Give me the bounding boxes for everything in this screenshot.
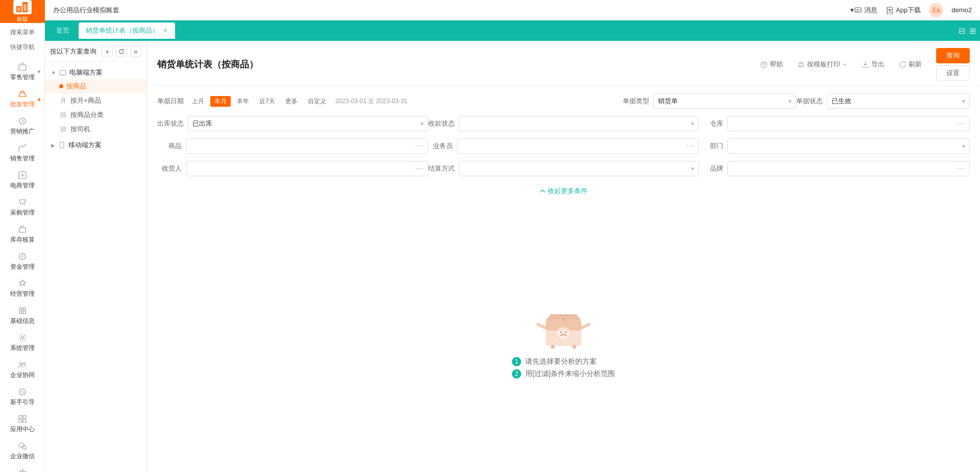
- svg-point-29: [764, 66, 764, 66]
- tabbar: 首页 销货单统计表（按商品） ✕ ⊟ ⊞: [45, 20, 980, 41]
- date-tab-7days[interactable]: 近7天: [255, 96, 279, 107]
- stockout-value: 已出库: [192, 119, 419, 128]
- help-label: 帮助: [770, 60, 783, 69]
- app-download-label: App下载: [896, 6, 921, 15]
- tree-group-mobile-label[interactable]: ▶ 移动端方案: [45, 138, 146, 152]
- sidebar-item-management[interactable]: 经营管理: [0, 274, 45, 301]
- sidebar-item-system[interactable]: 系统管理: [0, 328, 45, 356]
- app-logo[interactable]: 标版: [0, 0, 45, 23]
- sidebar-item-collab[interactable]: 企业协同: [0, 356, 45, 383]
- user-avatar[interactable]: Ea: [929, 3, 943, 17]
- filter-salesperson: 业务员 ···: [428, 138, 699, 154]
- help-btn[interactable]: 帮助: [756, 58, 787, 71]
- date-tab-custom[interactable]: 自定义: [304, 96, 330, 107]
- tree-group-mobile: ▶ 移动端方案: [45, 138, 146, 152]
- tree-item-by-driver[interactable]: 回 按司机: [45, 122, 146, 136]
- sidebar-item-sales[interactable]: 销售管理: [0, 139, 45, 166]
- export-btn[interactable]: 导出: [857, 58, 889, 71]
- refresh-scheme-btn[interactable]: [116, 46, 127, 57]
- minimize-icon[interactable]: ⊟: [959, 26, 965, 36]
- ecommerce-icon: [17, 170, 28, 180]
- sidebar-item-ecommerce[interactable]: 电商管理: [0, 166, 45, 193]
- consignee-control[interactable]: ···: [186, 161, 428, 176]
- svg-rect-20: [19, 419, 22, 422]
- date-tab-this-year[interactable]: 本年: [233, 96, 253, 107]
- dept-control[interactable]: ▾: [727, 138, 970, 154]
- settings-btn[interactable]: 设置: [936, 65, 970, 81]
- marketing-icon: [17, 116, 28, 126]
- stockout-control[interactable]: 已出库 ▾: [188, 116, 428, 131]
- tree-item-by-goods[interactable]: 按商品: [45, 79, 146, 93]
- receipt-dropdown-icon: ▾: [691, 121, 694, 127]
- sidebar-item-finance[interactable]: 资金管理: [0, 247, 45, 274]
- salesperson-control[interactable]: ···: [457, 138, 699, 154]
- sidebar-item-appcenter[interactable]: 应用中心: [0, 410, 45, 437]
- basic-icon: [17, 305, 28, 316]
- sidebar-item-marketing[interactable]: 营销推广: [0, 112, 45, 139]
- filter-type: 单据类型 销货单 ▾: [623, 93, 796, 109]
- tree-group-desktop-label[interactable]: ▼ 电脑端方案: [45, 66, 146, 79]
- brand-control[interactable]: ···: [727, 161, 970, 176]
- filter-warehouse: 仓库 ···: [699, 116, 970, 131]
- type-control[interactable]: 销货单 ▾: [653, 93, 796, 109]
- svg-point-8: [23, 204, 24, 205]
- quick-nav[interactable]: 快捷导航: [10, 40, 35, 54]
- search-menu[interactable]: 搜索菜单: [10, 23, 35, 40]
- right-panel: 销货单统计表（按商品） 帮助 按模板打印 导出: [147, 41, 980, 472]
- svg-rect-9: [19, 228, 26, 232]
- username[interactable]: demo2: [951, 6, 972, 14]
- member-icon: [17, 468, 28, 472]
- tab-close-icon[interactable]: ✕: [163, 27, 168, 34]
- left-panel-title: 按以下方案查询: [50, 47, 99, 56]
- query-btn[interactable]: 查询: [936, 48, 970, 63]
- sidebar-item-label-purchase: 采购管理: [10, 208, 35, 217]
- tab-home-label: 首页: [56, 26, 69, 35]
- warehouse-control[interactable]: ···: [727, 116, 970, 131]
- sidebar-item-basic[interactable]: 基础信息: [0, 301, 45, 328]
- date-tab-more[interactable]: 更多: [281, 96, 302, 107]
- stockout-dropdown-icon: ▾: [421, 121, 424, 127]
- tree-item-month-goods[interactable]: 月 按月+商品: [45, 93, 146, 108]
- tab-sales-stat[interactable]: 销货单统计表（按商品） ✕: [79, 22, 175, 39]
- sidebar-item-label-finance: 资金管理: [10, 263, 35, 271]
- payment-control[interactable]: ▾: [459, 161, 699, 176]
- sidebar-item-label-appcenter: 应用中心: [10, 425, 35, 434]
- goods-more-icon: ···: [415, 141, 423, 151]
- sidebar-item-purchase[interactable]: 采购管理: [0, 193, 45, 220]
- appcenter-icon: [17, 414, 28, 424]
- add-scheme-btn[interactable]: +: [102, 46, 113, 57]
- sidebar-item-label-collab: 企业协同: [10, 371, 35, 380]
- sidebar-item-label-sales: 销售管理: [10, 154, 35, 163]
- sidebar-item-wholesale[interactable]: 批发管理 ▲: [0, 85, 45, 112]
- collapse-bar[interactable]: 收起更多条件: [157, 183, 970, 201]
- message-btn[interactable]: 消息: [854, 6, 877, 15]
- status-control[interactable]: 已生效 ▾: [827, 93, 970, 109]
- tab-home[interactable]: 首页: [49, 22, 77, 39]
- industry-dropdown[interactable]: ▾: [850, 6, 854, 14]
- maximize-icon[interactable]: ⊞: [969, 26, 976, 36]
- sidebar-item-wechat[interactable]: 企业微信: [0, 437, 45, 464]
- svg-point-16: [19, 363, 22, 365]
- sidebar-item-member[interactable]: 畅会员: [0, 464, 45, 472]
- sales-icon: [17, 143, 28, 153]
- date-tab-last-month[interactable]: 上月: [188, 96, 208, 107]
- collapse-panel-btn[interactable]: «: [130, 46, 141, 57]
- sidebar-item-retail[interactable]: 零售管理 ▼: [0, 58, 45, 85]
- goods-control[interactable]: ···: [186, 138, 428, 154]
- sidebar-item-inventory[interactable]: 库存核算: [0, 220, 45, 247]
- svg-rect-14: [23, 311, 26, 314]
- svg-point-34: [560, 331, 562, 333]
- tabbar-right: ⊟ ⊞: [959, 26, 976, 36]
- date-tab-this-month[interactable]: 本月: [210, 96, 231, 107]
- dept-label: 部门: [699, 141, 727, 151]
- sidebar-item-newbie[interactable]: 新手引导: [0, 383, 45, 410]
- receipt-control[interactable]: ▾: [459, 116, 699, 131]
- tree-item-by-category[interactable]: 回 按商品分类: [45, 108, 146, 122]
- page-actions: 帮助 按模板打印 导出 刷新: [756, 48, 970, 81]
- tip-text-1: 请先选择要分析的方案: [525, 357, 597, 366]
- app-download-btn[interactable]: App下载: [886, 6, 921, 15]
- filter-row-2: 出库状态 已出库 ▾ 收款状态 ▾ 仓库: [157, 116, 970, 131]
- chevron-down-icon: ▲: [37, 96, 42, 101]
- refresh-btn[interactable]: 刷新: [895, 58, 926, 71]
- print-btn[interactable]: 按模板打印: [793, 58, 851, 71]
